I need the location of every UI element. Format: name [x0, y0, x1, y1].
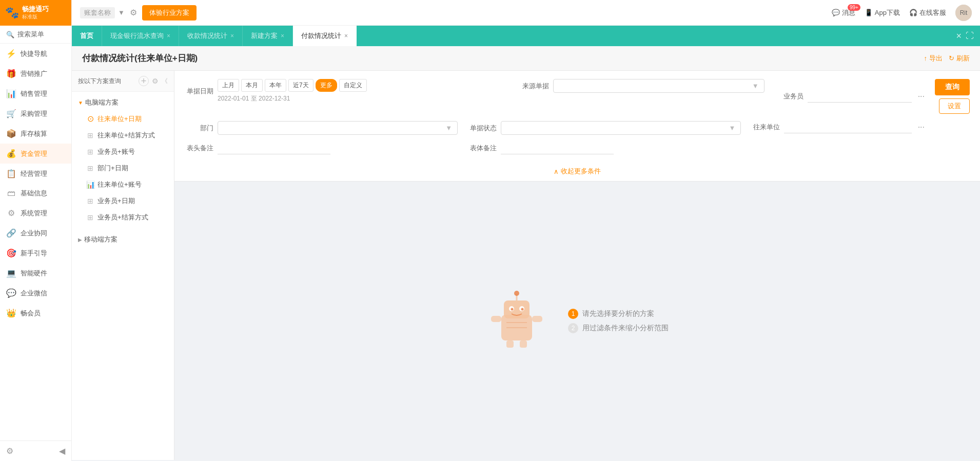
tabbar: 首页 现金银行流水查询 × 收款情况统计 × 新建方案 × 付款情况统计 × ×… [72, 26, 980, 46]
scheme-item-staff-account[interactable]: ⊞ 业务员+账号 [72, 144, 174, 160]
partner-input[interactable] [784, 121, 911, 133]
scheme-item-staff-date[interactable]: ⊞ 业务员+日期 [72, 193, 174, 209]
app-download-btn[interactable]: 📱 App下载 [865, 8, 900, 17]
scheme-collapse-icon[interactable]: 《 [162, 77, 168, 86]
guide-icon: 🎯 [6, 248, 16, 258]
sidebar-item-system[interactable]: ⚙ 系统管理 [0, 203, 71, 223]
sidebar-item-label: 库存核算 [21, 129, 47, 138]
sidebar-item-inventory[interactable]: 📦 库存核算 [0, 124, 71, 144]
user-avatar[interactable]: Rit [955, 5, 972, 21]
scheme-group-desktop-header[interactable]: ▼ 电脑端方案 [72, 95, 174, 110]
collapse-sidebar-icon[interactable]: ◀ [59, 446, 65, 456]
scheme-item-label: 往来单位+结算方式 [97, 131, 155, 140]
refresh-icon: ↻ [949, 54, 954, 62]
scheme-item-label: 业务员+日期 [97, 196, 135, 206]
collapse-bar[interactable]: ∧ 收起更多条件 [174, 162, 980, 181]
partner-label: 往来单位 [751, 123, 780, 132]
sidebar-item-shortcut[interactable]: ⚡ 快捷导航 [0, 44, 71, 64]
sidebar-item-guide[interactable]: 🎯 新手引导 [0, 243, 71, 263]
export-btn[interactable]: ↑ 导出 [924, 54, 943, 63]
source-select[interactable]: ▼ [553, 79, 765, 93]
sidebar-item-operation[interactable]: 📋 经营管理 [0, 164, 71, 184]
query-btn[interactable]: 查询 [935, 79, 970, 95]
search-menu[interactable]: 🔍 搜索菜单 [0, 26, 71, 44]
dept-select[interactable]: ▼ [218, 121, 458, 135]
date-btn-custom[interactable]: 自定义 [339, 79, 367, 92]
query-action-col: 查询 设置 [929, 79, 970, 114]
sidebar-item-basic[interactable]: 🗃 基础信息 [0, 184, 71, 203]
dept-chevron-icon: ▼ [445, 124, 452, 132]
scheme-settings-icon[interactable]: ⚙ [152, 77, 159, 85]
empty-step-2: 2 用过滤条件来缩小分析范围 [568, 323, 669, 333]
staff-input[interactable] [808, 90, 912, 103]
account-selector[interactable]: 账套名称 ▼ [80, 7, 125, 18]
close-all-tabs-icon[interactable]: × [956, 31, 962, 42]
tab-bank-close[interactable]: × [167, 32, 170, 39]
sidebar-item-purchase[interactable]: 🛒 采购管理 [0, 104, 71, 124]
date-btn-last-7[interactable]: 近7天 [288, 79, 313, 92]
export-label: 导出 [929, 54, 943, 63]
date-btn-this-year[interactable]: 本年 [265, 79, 286, 92]
fund-icon: 💰 [6, 149, 16, 158]
tab-bank[interactable]: 现金银行流水查询 × [102, 26, 179, 46]
table-header-note-input[interactable] [218, 142, 330, 154]
sidebar-item-label: 经营管理 [21, 169, 47, 178]
tab-home[interactable]: 首页 [72, 26, 102, 46]
right-panel: 单据日期 上月 本月 本年 近7天 更多 自定义 [174, 71, 980, 460]
service-icon: 🎧 [909, 9, 917, 16]
date-btn-this-month[interactable]: 本月 [241, 79, 263, 92]
scheme-group-mobile: ▶ 移动端方案 [72, 229, 174, 250]
add-scheme-icon[interactable]: + [139, 76, 149, 86]
tab-new[interactable]: 新建方案 × [243, 26, 293, 46]
date-btn-last-month[interactable]: 上月 [218, 79, 239, 92]
sidebar-item-sales[interactable]: 📊 销售管理 [0, 84, 71, 104]
tab-receipt-close[interactable]: × [230, 32, 234, 39]
messages-btn[interactable]: 💬 消息 99+ [832, 8, 855, 17]
filter-section: 单据日期 上月 本月 本年 近7天 更多 自定义 [174, 71, 980, 182]
trial-btn[interactable]: 体验行业方案 [142, 5, 197, 21]
source-chevron-icon: ▼ [752, 82, 759, 90]
shortcut-icon: ⚡ [6, 49, 16, 58]
online-service-btn[interactable]: 🎧 在线客服 [909, 8, 946, 17]
scheme-item-dept-date[interactable]: ⊞ 部门+日期 [72, 160, 174, 176]
scheme-item-unit-settlement[interactable]: ⊞ 往来单位+结算方式 [72, 127, 174, 144]
app-icon: 📱 [865, 9, 873, 16]
filter-group-table-header-note: 表头备注 [185, 142, 458, 154]
table-body-note-input[interactable] [501, 142, 614, 154]
scheme-group-mobile-header[interactable]: ▶ 移动端方案 [72, 232, 174, 247]
refresh-btn[interactable]: ↻ 刷新 [949, 54, 970, 63]
maximize-icon[interactable]: ⛶ [966, 31, 974, 41]
sidebar-item-member[interactable]: 👑 畅会员 [0, 303, 71, 323]
topbar-gear-icon[interactable]: ⚙ [130, 8, 137, 17]
sidebar-item-fund[interactable]: 💰 资金管理 [0, 144, 71, 164]
sidebar-item-enterprise[interactable]: 🔗 企业协同 [0, 223, 71, 243]
search-icon: 🔍 [6, 31, 14, 38]
sidebar-item-marketing[interactable]: 🎁 营销推广 [0, 64, 71, 84]
settings-btn[interactable]: 设置 [939, 98, 970, 114]
svg-point-7 [514, 291, 519, 296]
partner-ellipsis[interactable]: ··· [918, 123, 925, 132]
scheme-item-label: 业务员+账号 [97, 147, 135, 156]
tab-new-close[interactable]: × [281, 32, 284, 39]
system-icon: ⚙ [6, 208, 16, 218]
sidebar-item-wechat[interactable]: 💬 企业微信 [0, 283, 71, 303]
sidebar-item-label: 采购管理 [21, 109, 47, 118]
voucher-status-select[interactable]: ▼ [501, 121, 741, 135]
scheme-item-staff-settlement[interactable]: ⊞ 业务员+结算方式 [72, 209, 174, 226]
svg-rect-8 [491, 316, 501, 322]
tab-payment-close[interactable]: × [344, 32, 348, 39]
tab-payment[interactable]: 付款情况统计 × [293, 26, 357, 46]
messages-badge: 99+ [848, 4, 860, 11]
settings-bottom-icon[interactable]: ⚙ [6, 446, 13, 456]
scheme-item-unit-date[interactable]: ⊙ 往来单位+日期 [72, 110, 174, 127]
date-btn-more[interactable]: 更多 [316, 79, 337, 92]
results-section: 1 请先选择要分析的方案 2 用过滤条件来缩小分析范围 [174, 182, 980, 460]
step-2-text: 用过滤条件来缩小分析范围 [582, 324, 669, 333]
marketing-icon: 🎁 [6, 69, 16, 78]
scheme-item-unit-account[interactable]: 📊 往来单位+账号 [72, 176, 174, 193]
sidebar-item-hardware[interactable]: 💻 智能硬件 [0, 263, 71, 283]
topbar-left: 账套名称 ▼ ⚙ 体验行业方案 [80, 5, 197, 21]
tab-receipt[interactable]: 收款情况统计 × [179, 26, 243, 46]
staff-ellipsis[interactable]: ··· [918, 92, 925, 101]
table-header-note-label: 表头备注 [185, 144, 213, 153]
